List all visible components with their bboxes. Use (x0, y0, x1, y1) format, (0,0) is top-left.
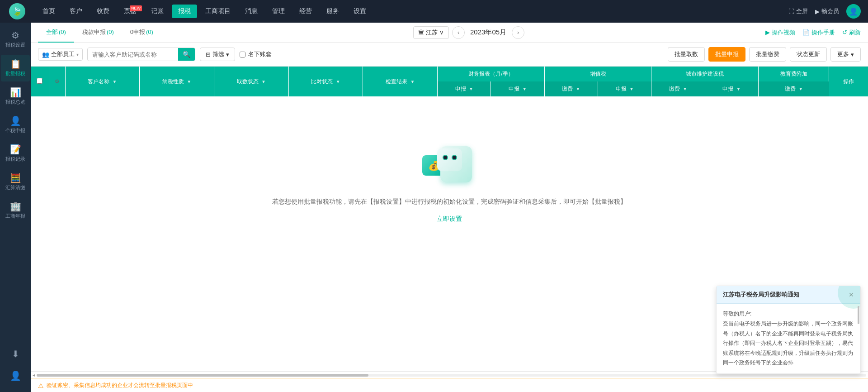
filter-button[interactable]: ⊟ 筛选 ▾ (200, 48, 235, 61)
status-bar: ⚠ 验证账密、采集信息均成功的企业才会流转至批量报税页面中 (31, 378, 868, 392)
new-badge: NEW (130, 5, 142, 11)
th-edu-pay: 缴费 ▼ (758, 81, 829, 96)
video-link[interactable]: ▶ 操作视频 (765, 29, 795, 37)
compare-status-filter-icon[interactable]: ▼ (336, 79, 340, 84)
employee-select-icon: 👥 (42, 51, 49, 58)
notif-corner (838, 286, 860, 309)
th-checkbox[interactable] (31, 67, 49, 96)
warning-icon: ⚠ (38, 382, 44, 389)
tab-zero-declare[interactable]: 0申报 (0) (122, 23, 161, 43)
th-check-result: 检查结果 ▼ (363, 67, 438, 96)
tabs-bar: 全部 (0) 税款申报 (0) 0申报 (0) 🏛 江苏 ∨ ‹ 2023年05… (31, 23, 868, 43)
nav-message[interactable]: 消息 (239, 5, 264, 18)
sidebar-item-tax-settings[interactable]: ⚙ 报税设置 (1, 26, 30, 53)
nav-settings[interactable]: 设置 (347, 5, 373, 18)
account-checkbox-label[interactable]: 名下账套 (240, 50, 272, 58)
vat-declare-filter-icon[interactable]: ▼ (522, 86, 527, 91)
th-gear[interactable]: ⚙ (49, 67, 65, 96)
sidebar-download-btn[interactable]: ⬇ (1, 345, 30, 363)
notification-panel: 江苏电子税务局升级影响通知 ✕ 尊敬的用户: 受当前电子税务局进一步升级的影响，… (716, 286, 861, 374)
nav-business[interactable]: 工商项目 (199, 5, 237, 18)
nav-home[interactable]: 首页 (36, 5, 61, 18)
more-btn[interactable]: 更多 ▾ (830, 47, 861, 62)
batch-declare-btn[interactable]: 批量申报 (708, 47, 745, 62)
empty-text: 若您想使用批量报税功能，请先在【报税设置】中进行报税的初始化设置，完成密码验证和… (272, 196, 627, 207)
nav-invoice[interactable]: 票据 NEW (118, 5, 143, 18)
nav-service[interactable]: 服务 (320, 5, 345, 18)
scroll-left-icon[interactable]: ◂ (33, 373, 35, 378)
annual-settle-icon: 🧮 (10, 173, 21, 182)
refresh-link[interactable]: ↺ 刷新 (842, 29, 861, 37)
sidebar-item-annual-settle[interactable]: 🧮 汇算清缴 (1, 169, 30, 196)
employee-select-arrow-icon: ▾ (76, 52, 79, 57)
notification-body: 尊敬的用户: 受当前电子税务局进一步升级的影响，同一个政务网账号（办税人）名下的… (717, 304, 860, 373)
refresh-icon: ↺ (842, 29, 847, 36)
sidebar-item-personal-tax[interactable]: 👤 个税申报 (1, 112, 30, 139)
batch-pay-btn[interactable]: 批量缴费 (749, 47, 786, 62)
nav-operation[interactable]: 经营 (293, 5, 318, 18)
top-navigation: 🍃 首页 客户 收费 票据 NEW 记账 报税 工商项目 消息 管理 经营 服务… (0, 0, 868, 23)
nav-tax[interactable]: 报税 (172, 5, 197, 18)
scrollbar-track[interactable] (37, 374, 866, 377)
search-input[interactable] (88, 49, 178, 60)
employee-select[interactable]: 👥 全部员工 ▾ (38, 48, 83, 61)
th-financial-declare: 申报 ▼ (438, 81, 491, 96)
sidebar-item-tax-overview[interactable]: 📊 报税总览 (1, 83, 30, 110)
notification-scrollbar[interactable] (858, 304, 859, 373)
date-display: 2023年05月 (470, 28, 506, 37)
fullscreen-btn[interactable]: ⛶ 全屏 (788, 7, 808, 15)
logo[interactable]: 🍃 (7, 1, 27, 21)
edu-pay-filter-icon[interactable]: ▼ (798, 86, 803, 91)
tab-tax-declare[interactable]: 税款申报 (0) (74, 23, 122, 43)
nav-customer[interactable]: 客户 (63, 5, 89, 18)
financial-declare-filter-icon[interactable]: ▼ (469, 86, 473, 91)
check-result-filter-icon[interactable]: ▼ (410, 79, 415, 84)
status-update-btn[interactable]: 状态更新 (790, 47, 827, 62)
select-all-checkbox[interactable] (37, 78, 42, 84)
setup-link[interactable]: 立即设置 (437, 215, 462, 223)
sidebar-item-tax-records[interactable]: 📝 报税记录 (1, 140, 30, 167)
tab-all[interactable]: 全部 (0) (38, 23, 74, 43)
th-city-build-tax: 城市维护建设税 (651, 67, 759, 81)
filter-icon: ⊟ (206, 51, 211, 58)
sidebar-item-annual-report[interactable]: 🏢 工商年报 (1, 197, 30, 224)
fetch-status-filter-icon[interactable]: ▼ (261, 79, 266, 84)
sidebar-item-batch-tax[interactable]: 📋 批量报税 (1, 55, 30, 81)
avatar[interactable]: 👤 (846, 4, 861, 19)
tabs-bar-right: ▶ 操作视频 📄 操作手册 ↺ 刷新 (765, 29, 861, 37)
nav-fee[interactable]: 收费 (90, 5, 116, 18)
tax-type-filter-icon[interactable]: ▼ (187, 79, 191, 84)
batch-fetch-btn[interactable]: 批量取数 (668, 47, 705, 62)
vat-pay-filter-icon[interactable]: ▼ (576, 86, 580, 91)
region-arrow-icon: ∨ (439, 29, 444, 36)
th-vat-declare: 申报 ▼ (491, 81, 544, 96)
robot-eye-left (443, 155, 448, 160)
tax-overview-icon: 📊 (10, 88, 21, 97)
th-vat-pay: 缴费 ▼ (544, 81, 598, 96)
th-tax-type: 纳税性质 ▼ (140, 67, 214, 96)
nav-manage[interactable]: 管理 (266, 5, 291, 18)
next-month-btn[interactable]: › (512, 26, 524, 39)
th-city-pay: 缴费 ▼ (651, 81, 705, 96)
edu-declare-filter-icon[interactable]: ▼ (736, 86, 741, 91)
region-selector[interactable]: 🏛 江苏 ∨ (413, 26, 449, 39)
nav-right: ⛶ 全屏 ▶ 畅会员 👤 (788, 4, 861, 19)
city-declare-filter-icon[interactable]: ▼ (629, 86, 634, 91)
customer-filter-icon[interactable]: ▼ (113, 79, 117, 84)
sidebar-user-btn[interactable]: 👤 (1, 367, 30, 385)
nav-accounting[interactable]: 记账 (145, 5, 170, 18)
manual-icon: 📄 (802, 29, 810, 36)
sidebar: ⚙ 报税设置 📋 批量报税 📊 报税总览 👤 个税申报 📝 报税记录 🧮 汇算清… (0, 23, 31, 392)
notification-content: 受当前电子税务局进一步升级的影响，同一个政务网账号（办税人）名下的企业不能再同时… (723, 319, 854, 368)
member-btn[interactable]: ▶ 畅会员 (815, 7, 839, 15)
member-icon: ▶ (815, 8, 820, 15)
robot-illustration: 💰 (422, 128, 476, 182)
region-bar: 🏛 江苏 ∨ ‹ 2023年05月 › (172, 26, 765, 39)
prev-month-btn[interactable]: ‹ (452, 26, 465, 39)
account-checkbox[interactable] (240, 52, 245, 57)
search-button[interactable]: 🔍 (178, 48, 195, 61)
notif-corner-inner (838, 286, 860, 309)
manual-link[interactable]: 📄 操作手册 (802, 29, 835, 37)
more-arrow-icon: ▾ (851, 51, 854, 58)
city-pay-filter-icon[interactable]: ▼ (683, 86, 687, 91)
